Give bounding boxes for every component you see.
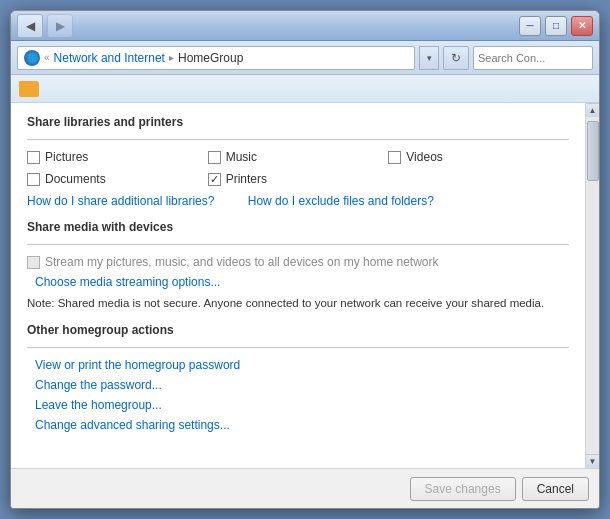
choose-streaming-link-row: Choose media streaming options...	[27, 275, 569, 289]
documents-item: Documents	[27, 172, 208, 186]
scroll-down-button[interactable]: ▼	[586, 454, 600, 468]
music-label: Music	[226, 150, 257, 164]
share-additional-link[interactable]: How do I share additional libraries?	[27, 194, 214, 208]
section-divider-2	[27, 244, 569, 245]
change-advanced-link[interactable]: Change advanced sharing settings...	[27, 418, 569, 432]
maximize-button[interactable]: □	[545, 16, 567, 36]
change-password-link[interactable]: Change the password...	[27, 378, 569, 392]
address-bar: 🌐 « Network and Internet ▸ HomeGroup ▾ ↻…	[11, 41, 599, 75]
pictures-item: Pictures	[27, 150, 208, 164]
printers-checkbox[interactable]	[208, 173, 221, 186]
minimize-button[interactable]: ─	[519, 16, 541, 36]
forward-button[interactable]: ▶	[47, 14, 73, 38]
media-note: Note: Shared media is not secure. Anyone…	[27, 295, 569, 311]
documents-label: Documents	[45, 172, 106, 186]
stream-checkbox[interactable]	[27, 256, 40, 269]
library-links: How do I share additional libraries? How…	[27, 194, 569, 208]
breadcrumb-current: HomeGroup	[178, 51, 243, 65]
main-window: ◀ ▶ ─ □ ✕ 🌐 « Network and Internet ▸ Hom…	[10, 10, 600, 509]
share-libraries-section: Share libraries and printers Pictures Mu…	[27, 115, 569, 208]
share-media-section: Share media with devices Stream my pictu…	[27, 220, 569, 311]
videos-label: Videos	[406, 150, 442, 164]
folder-icon	[19, 81, 39, 97]
music-item: Music	[208, 150, 389, 164]
bottom-bar: Save changes Cancel	[11, 468, 599, 508]
breadcrumb-bar[interactable]: 🌐 « Network and Internet ▸ HomeGroup	[17, 46, 415, 70]
documents-checkbox[interactable]	[27, 173, 40, 186]
refresh-button[interactable]: ↻	[443, 46, 469, 70]
close-button[interactable]: ✕	[571, 16, 593, 36]
title-bar-left: ◀ ▶	[17, 14, 73, 38]
scroll-up-button[interactable]: ▲	[586, 103, 600, 117]
title-bar: ◀ ▶ ─ □ ✕	[11, 11, 599, 41]
toolbar	[11, 75, 599, 103]
stream-row: Stream my pictures, music, and videos to…	[27, 255, 569, 269]
other-actions-section: Other homegroup actions View or print th…	[27, 323, 569, 432]
share-libraries-title: Share libraries and printers	[27, 115, 569, 129]
checkboxes-grid: Pictures Music Videos Docu	[27, 150, 569, 186]
videos-checkbox[interactable]	[388, 151, 401, 164]
search-input[interactable]	[478, 52, 600, 64]
stream-label: Stream my pictures, music, and videos to…	[45, 255, 439, 269]
music-checkbox[interactable]	[208, 151, 221, 164]
section-divider-1	[27, 139, 569, 140]
breadcrumb-arrow-icon: ▸	[169, 52, 174, 63]
breadcrumb-network[interactable]: Network and Internet	[54, 51, 165, 65]
share-media-title: Share media with devices	[27, 220, 569, 234]
scrollbar-track[interactable]	[586, 117, 599, 454]
back-button[interactable]: ◀	[17, 14, 43, 38]
content-area: Share libraries and printers Pictures Mu…	[11, 103, 585, 468]
chevron-icon: «	[44, 52, 50, 63]
pictures-checkbox[interactable]	[27, 151, 40, 164]
search-box: 🔍	[473, 46, 593, 70]
address-dropdown-button[interactable]: ▾	[419, 46, 439, 70]
pictures-label: Pictures	[45, 150, 88, 164]
section-divider-3	[27, 347, 569, 348]
other-actions-title: Other homegroup actions	[27, 323, 569, 337]
network-icon: 🌐	[24, 50, 40, 66]
view-print-password-link[interactable]: View or print the homegroup password	[27, 358, 569, 372]
printers-label: Printers	[226, 172, 267, 186]
scrollbar: ▲ ▼	[585, 103, 599, 468]
main-area: Share libraries and printers Pictures Mu…	[11, 103, 599, 468]
cancel-button[interactable]: Cancel	[522, 477, 589, 501]
videos-item: Videos	[388, 150, 569, 164]
window-controls: ─ □ ✕	[519, 16, 593, 36]
choose-streaming-link[interactable]: Choose media streaming options...	[35, 275, 220, 289]
printers-item: Printers	[208, 172, 389, 186]
exclude-files-link[interactable]: How do I exclude files and folders?	[248, 194, 434, 208]
scrollbar-thumb[interactable]	[587, 121, 599, 181]
leave-homegroup-link[interactable]: Leave the homegroup...	[27, 398, 569, 412]
save-changes-button[interactable]: Save changes	[410, 477, 516, 501]
